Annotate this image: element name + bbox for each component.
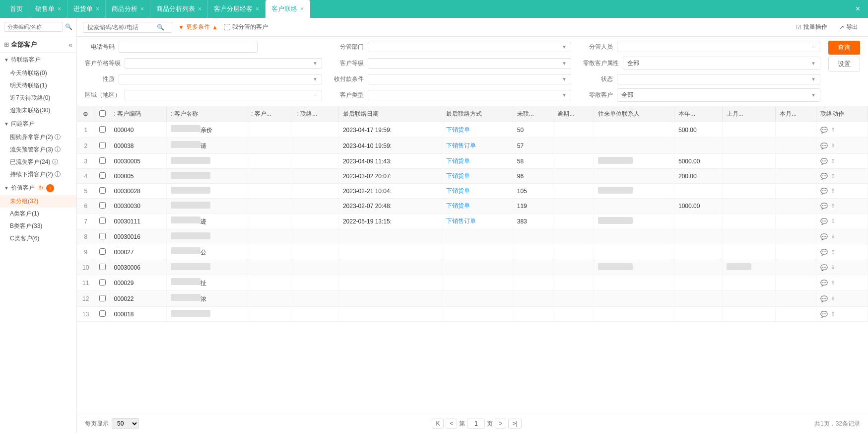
message-icon[interactable]: 💬 xyxy=(820,158,828,165)
last-contact-method-link[interactable]: 下销售订单 xyxy=(446,142,476,149)
message-icon[interactable]: 💬 xyxy=(820,218,828,225)
sidebar-item-class-b[interactable]: B类客户(33) xyxy=(0,220,76,232)
cell-checkbox[interactable] xyxy=(95,229,110,244)
cell-checkbox[interactable] xyxy=(95,214,110,229)
cell-last-contact-method[interactable]: 下销货单 xyxy=(442,184,513,199)
sidebar-item-ungrouped[interactable]: 未分组(32) xyxy=(0,195,76,208)
window-close-button[interactable]: × xyxy=(852,4,864,13)
filter-select-status[interactable]: ▼ xyxy=(617,74,820,84)
cell-checkbox[interactable] xyxy=(95,307,110,322)
page-number-input[interactable] xyxy=(467,419,485,429)
first-page-button[interactable]: K xyxy=(432,419,444,429)
sidebar-item-churn-warning[interactable]: 流失预警客户(3) ⓘ xyxy=(0,144,76,156)
settings-icon[interactable]: ⚙ xyxy=(83,111,88,118)
query-button[interactable]: 查询 xyxy=(828,41,860,55)
sidebar-collapse-button[interactable]: « xyxy=(68,41,72,49)
row-checkbox[interactable] xyxy=(99,233,106,239)
more-actions-icon[interactable]: ⁝⁝ xyxy=(832,233,834,240)
filter-my-customers[interactable]: 我分管的客户 xyxy=(224,23,268,31)
close-tab-customer-contact[interactable]: × xyxy=(300,5,304,12)
row-checkbox[interactable] xyxy=(99,248,106,255)
value-refresh-icon[interactable]: ↻ xyxy=(37,185,45,191)
cell-action[interactable]: 💬⁝⁝ xyxy=(816,122,868,138)
more-actions-icon[interactable]: ⁝⁝ xyxy=(832,173,834,179)
message-icon[interactable]: 💬 xyxy=(820,233,828,240)
message-icon[interactable]: 💬 xyxy=(820,249,828,256)
more-actions-icon[interactable]: ⁝⁝ xyxy=(832,143,834,149)
filter-search-input[interactable] xyxy=(87,24,157,31)
cell-action[interactable]: 💬⁝⁝ xyxy=(816,199,868,214)
more-actions-icon[interactable]: ⁝⁝ xyxy=(832,264,834,271)
cell-last-contact-method[interactable]: 下销售订单 xyxy=(442,214,513,229)
close-tab-purchase[interactable]: × xyxy=(96,5,99,12)
col-header-settings[interactable]: ⚙ xyxy=(77,106,95,122)
more-actions-icon[interactable]: ⁝⁝ xyxy=(832,295,834,302)
message-icon[interactable]: 💬 xyxy=(820,311,828,318)
cell-last-contact-method[interactable]: 下销货单 xyxy=(442,169,513,184)
row-checkbox[interactable] xyxy=(99,279,106,286)
close-tab-product-analysis-list[interactable]: × xyxy=(198,5,201,12)
cell-checkbox[interactable] xyxy=(95,291,110,307)
sidebar-section-problem[interactable]: ▼ 问题客户 xyxy=(0,117,76,131)
message-icon[interactable]: 💬 xyxy=(820,203,828,210)
next-page-button[interactable]: > xyxy=(495,419,506,429)
cell-last-contact-method[interactable]: 下销货单 xyxy=(442,122,513,138)
cell-action[interactable]: 💬⁝⁝ xyxy=(816,275,868,291)
row-checkbox[interactable] xyxy=(99,187,106,194)
cell-checkbox[interactable] xyxy=(95,260,110,275)
row-checkbox[interactable] xyxy=(99,172,106,179)
sidebar-search-input[interactable] xyxy=(4,22,63,32)
message-icon[interactable]: 💬 xyxy=(820,127,828,134)
row-checkbox[interactable] xyxy=(99,157,106,164)
row-checkbox[interactable] xyxy=(99,310,106,317)
last-contact-method-link[interactable]: 下销货单 xyxy=(446,202,470,209)
tab-product-analysis[interactable]: 商品分析 × xyxy=(106,0,150,18)
message-icon[interactable]: 💬 xyxy=(820,188,828,195)
my-customers-checkbox[interactable] xyxy=(224,24,230,30)
close-tab-sales[interactable]: × xyxy=(58,5,61,12)
message-icon[interactable]: 💬 xyxy=(820,264,828,271)
filter-select-retail-customer[interactable]: 全部 ▼ xyxy=(617,88,820,102)
more-actions-icon[interactable]: ⁝⁝ xyxy=(832,203,834,209)
filter-select-dept[interactable]: ▼ xyxy=(368,42,571,52)
filter-input-phone[interactable] xyxy=(119,41,258,53)
sidebar-item-overdue-pending[interactable]: 逾期未联络(30) xyxy=(0,104,76,117)
col-header-check[interactable] xyxy=(95,106,110,122)
row-checkbox[interactable] xyxy=(99,126,106,133)
cell-last-contact-method[interactable]: 下销货单 xyxy=(442,199,513,214)
tab-customer-segment[interactable]: 客户分层经客 × xyxy=(208,0,266,18)
more-actions-icon[interactable]: ⁝⁝ xyxy=(832,311,834,317)
cell-action[interactable]: 💬⁝⁝ xyxy=(816,260,868,275)
cell-action[interactable]: 💬⁝⁝ xyxy=(816,138,868,154)
filter-select-price-level[interactable]: ▼ xyxy=(125,58,322,69)
cell-action[interactable]: 💬⁝⁝ xyxy=(816,244,868,260)
sidebar-item-tomorrow-pending[interactable]: 明天待联络(1) xyxy=(0,79,76,92)
filter-select-payment[interactable]: ▼ xyxy=(368,74,571,84)
filter-select-retail-attr[interactable]: 全部 ▼ xyxy=(623,57,820,70)
cell-checkbox[interactable] xyxy=(95,184,110,199)
cell-action[interactable]: 💬⁝⁝ xyxy=(816,169,868,184)
more-actions-icon[interactable]: ⁝⁝ xyxy=(832,280,834,286)
cell-action[interactable]: 💬⁝⁝ xyxy=(816,184,868,199)
cell-checkbox[interactable] xyxy=(95,275,110,291)
row-checkbox[interactable] xyxy=(99,202,106,209)
row-checkbox[interactable] xyxy=(99,142,106,148)
row-checkbox[interactable] xyxy=(99,295,106,301)
filter-select-region[interactable]: ··· xyxy=(125,90,322,100)
sidebar-all-customers[interactable]: ⊞ 全部客户 « xyxy=(0,36,76,53)
filter-search-icon[interactable]: 🔍 xyxy=(157,24,164,31)
tab-customer-contact[interactable]: 客户联络 × xyxy=(266,0,310,18)
cell-checkbox[interactable] xyxy=(95,154,110,169)
last-contact-method-link[interactable]: 下销货单 xyxy=(446,187,470,194)
tab-sales[interactable]: 销售单 × xyxy=(29,0,67,18)
batch-operation-button[interactable]: ☑ 批量操作 xyxy=(792,21,831,33)
filter-select-customer-level[interactable]: ▼ xyxy=(368,58,571,69)
more-actions-icon[interactable]: ⁝⁝ xyxy=(832,249,834,255)
more-actions-icon[interactable]: ⁝⁝ xyxy=(832,158,834,164)
filter-select-customer-type[interactable]: ▼ xyxy=(368,90,571,100)
cell-checkbox[interactable] xyxy=(95,199,110,214)
sidebar-search-icon[interactable]: 🔍 xyxy=(65,23,72,30)
message-icon[interactable]: 💬 xyxy=(820,295,828,302)
sidebar-item-7days-pending[interactable]: 近7天待联络(0) xyxy=(0,92,76,104)
message-icon[interactable]: 💬 xyxy=(820,173,828,180)
